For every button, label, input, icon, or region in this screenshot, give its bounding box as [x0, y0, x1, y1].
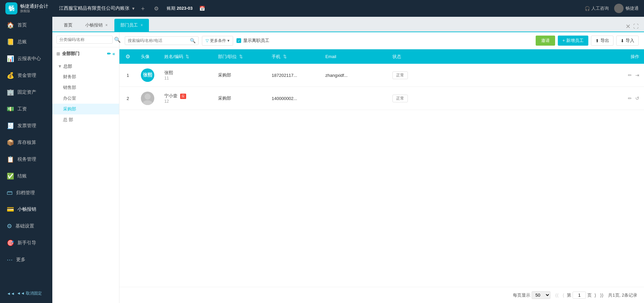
dept-item-sales[interactable]: 销售部: [52, 82, 119, 93]
row2-edit-icon[interactable]: ✏: [628, 96, 632, 101]
settings-btn[interactable]: ⚙: [154, 5, 159, 12]
sidebar-item-expense[interactable]: 💳 小畅报销: [0, 201, 52, 218]
unpin-label: ◄◄ 取消固定: [17, 291, 42, 296]
row1-dept: 采购部: [213, 64, 267, 87]
company-dropdown[interactable]: ▾: [132, 6, 135, 11]
emp-name-1: 张熙: [164, 70, 209, 76]
support-label: 人工咨询: [591, 5, 609, 11]
close-window-icon[interactable]: ✕: [626, 23, 631, 30]
row2-refresh-icon[interactable]: ↺: [635, 96, 639, 101]
tab-expense[interactable]: 小畅报销 ×: [79, 19, 114, 32]
page-nav: ⟨⟨ ⟨ 第 页 ⟩ ⟩⟩: [554, 292, 605, 299]
employee-search-icon[interactable]: 🔍: [190, 38, 196, 43]
dept-edit-icon[interactable]: ✏: [107, 51, 111, 56]
page-content: 🔍 ⊞ 全部部门 ✏ « ▼总部 财务部: [52, 32, 644, 303]
invite-btn[interactable]: 邀请: [536, 36, 555, 46]
period-label: 账期 2023-03: [167, 5, 193, 11]
pagination-bar: 每页显示 50 100 200 ⟨⟨ ⟨ 第 页 ⟩: [119, 287, 644, 303]
phone-sort-icon[interactable]: ⇅: [283, 54, 287, 59]
row1-edit-icon[interactable]: ✏: [628, 72, 632, 78]
import-btn[interactable]: ⬇ 导入: [616, 36, 639, 46]
row2-dept: 采购部: [213, 87, 267, 110]
headset-icon: 🎧: [585, 6, 590, 11]
dept-all-label[interactable]: ⊞ 全部部门: [56, 51, 79, 57]
last-page-btn[interactable]: ⟩⟩: [599, 292, 605, 299]
dept-item-office[interactable]: 办公室: [52, 93, 119, 104]
sidebar-item-salary[interactable]: 💵 工资: [0, 101, 52, 117]
row2-phone: 140000002...: [267, 87, 321, 110]
sidebar-item-invoice[interactable]: 🧾 发票管理: [0, 117, 52, 134]
sidebar-item-reports[interactable]: 📊 云报表中心: [0, 50, 52, 67]
toolbar-search-box: 🔍: [125, 36, 199, 45]
sidebar-item-more[interactable]: ⋯ 更多: [0, 251, 52, 268]
sidebar-item-settings[interactable]: ⚙ 基础设置: [0, 218, 52, 235]
expand-icon[interactable]: ⛶: [633, 23, 639, 30]
tab-home[interactable]: 首页: [58, 19, 78, 32]
col-settings[interactable]: ⚙: [119, 49, 136, 64]
show-resigned-checkbox[interactable]: ✓: [236, 38, 241, 43]
row1-logout-icon[interactable]: ⇥: [635, 72, 639, 78]
logo: 畅 畅捷通好会计 旗舰版: [5, 2, 52, 14]
employee-search-input[interactable]: [128, 38, 190, 43]
sidebar-label-invoice: 发票管理: [17, 123, 36, 129]
name-sort-icon[interactable]: ⇅: [185, 54, 189, 59]
assets-icon: 🏢: [7, 89, 14, 96]
dept-sort-icon[interactable]: ⇅: [239, 54, 243, 59]
logo-text-block: 畅捷通好会计 旗舰版: [20, 3, 48, 14]
dept-section-hq[interactable]: ▼总部: [52, 61, 119, 71]
col-phone[interactable]: 手机 ⇅: [267, 49, 321, 64]
sidebar-item-home[interactable]: 🏠 首页: [0, 17, 52, 34]
first-page-btn[interactable]: ⟨⟨: [554, 292, 560, 299]
dept-tree: ▼总部 财务部 销售部 办公室 采购部 总 部: [52, 60, 119, 303]
unpin-btn[interactable]: ◄◄ ◄◄ 取消固定: [0, 287, 52, 300]
more-filter-btn[interactable]: ▽ 更多条件 ▾: [202, 36, 233, 46]
tab-employee-close[interactable]: ×: [141, 23, 143, 28]
page-input[interactable]: [573, 292, 586, 299]
dept-search-input[interactable]: [56, 36, 113, 44]
add-company-btn[interactable]: ＋: [140, 4, 146, 12]
col-status: 状态: [388, 49, 441, 64]
sidebar-item-tax[interactable]: 📋 税务管理: [0, 151, 52, 168]
next-page-btn[interactable]: ⟩: [593, 292, 597, 299]
sidebar-item-assets[interactable]: 🏢 固定资产: [0, 84, 52, 101]
export-btn[interactable]: ⬆ 导出: [591, 36, 613, 46]
table-settings-icon[interactable]: ⚙: [125, 54, 130, 59]
col-email: Email: [321, 49, 388, 64]
guide-icon: 🎯: [7, 239, 14, 247]
tab-expense-close[interactable]: ×: [105, 23, 108, 28]
col-name-code[interactable]: 姓名/编码 ⇅: [160, 49, 213, 64]
sidebar-item-guide[interactable]: 🎯 新手引导: [0, 235, 52, 251]
col-dept[interactable]: 部门/职位 ⇅: [213, 49, 267, 64]
sidebar-item-archive[interactable]: 🗃 归档管理: [0, 185, 52, 201]
sidebar-item-ledger[interactable]: 📒 总账: [0, 34, 52, 50]
export-label: 导出: [600, 38, 609, 44]
ledger-icon: 📒: [7, 38, 14, 46]
sidebar-item-funds[interactable]: 💰 资金管理: [0, 67, 52, 84]
dept-item-finance[interactable]: 财务部: [52, 71, 119, 82]
logo-icon: 畅: [5, 2, 17, 14]
sidebar-label-expense: 小畅报销: [17, 206, 36, 212]
sidebar-item-closing[interactable]: ✅ 结账: [0, 168, 52, 185]
filter-chevron-icon: ▾: [227, 38, 229, 43]
calendar-icon[interactable]: 📅: [199, 6, 205, 11]
logo-sub: 旗舰版: [20, 9, 48, 13]
page-label: 页: [587, 292, 592, 298]
dept-item-general[interactable]: 总 部: [52, 114, 119, 125]
dept-item-purchase[interactable]: 采购部: [52, 104, 119, 114]
per-page-dropdown[interactable]: 50 100 200: [532, 291, 550, 299]
sidebar-label-guide: 新手引导: [17, 240, 36, 246]
add-employee-btn[interactable]: + 新增员工: [558, 36, 588, 46]
import-label: 导入: [626, 38, 634, 44]
topbar-right: 🎧 人工咨询 畅捷通: [585, 4, 639, 13]
tab-employee[interactable]: 部门员工 ×: [114, 19, 149, 32]
sidebar-item-inventory[interactable]: 📦 库存核算: [0, 134, 52, 151]
sidebar-label-funds: 资金管理: [17, 72, 36, 79]
prev-page-btn[interactable]: ⟨: [561, 292, 566, 299]
inventory-icon: 📦: [7, 139, 14, 146]
support-btn[interactable]: 🎧 人工咨询: [585, 5, 609, 11]
topbar: 畅 畅捷通好会计 旗舰版 江西服宝精品有限责任公司内账张 ▾ ＋ ⚙ 账期 20…: [0, 0, 644, 17]
archive-icon: 🗃: [7, 189, 13, 196]
dept-collapse-icon[interactable]: «: [112, 51, 115, 56]
user-name: 畅捷通: [626, 5, 639, 11]
user-btn[interactable]: 畅捷通: [614, 4, 639, 13]
